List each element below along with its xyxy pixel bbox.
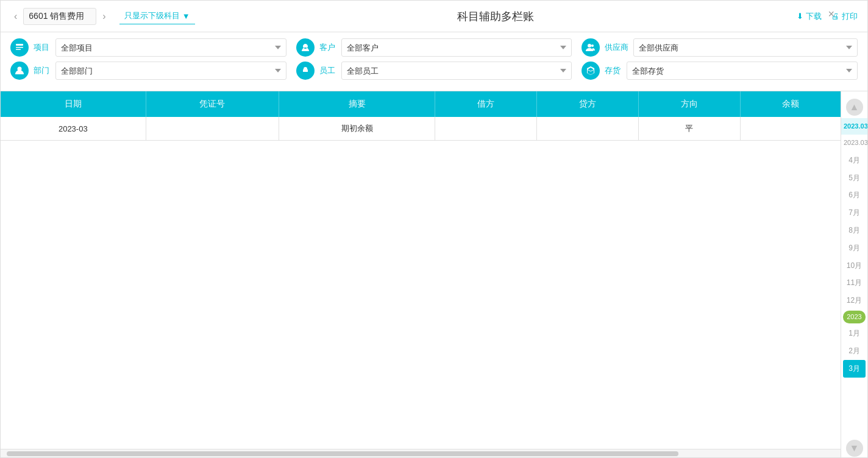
- inventory-icon: [582, 62, 600, 80]
- sidebar-month-4[interactable]: 4月: [841, 152, 867, 169]
- cell-direction: 平: [638, 117, 740, 141]
- sidebar-month-6[interactable]: 6月: [841, 186, 867, 204]
- project-select[interactable]: 全部项目: [55, 38, 286, 57]
- sidebar-month-3-selected[interactable]: 3月: [843, 360, 866, 378]
- scroll-down-button[interactable]: ▼: [846, 440, 863, 457]
- sidebar-month-1[interactable]: 1月: [841, 325, 867, 342]
- filter-dept: 部门 全部部门: [10, 62, 286, 80]
- sidebar-month-8[interactable]: 8月: [841, 222, 867, 239]
- supplier-select[interactable]: 全部供应商: [633, 38, 858, 57]
- svg-point-4: [591, 44, 594, 47]
- svg-rect-0: [16, 44, 23, 46]
- svg-point-3: [588, 44, 591, 48]
- employee-icon: [296, 62, 315, 80]
- sidebar-month-11[interactable]: 11月: [841, 274, 867, 292]
- chevron-down-icon: ▼: [182, 12, 190, 21]
- svg-rect-1: [16, 47, 23, 48]
- table-header-row: 日期 凭证号 摘要 借方 贷方 方向 余额: [1, 91, 841, 117]
- filter-row-2: 部门 全部部门 员工 全部员工 存货 全部存货: [10, 62, 858, 80]
- filter-inventory: 存货 全部存货: [582, 62, 858, 80]
- col-voucher: 凭证号: [146, 91, 279, 117]
- prev-subject-button[interactable]: ‹: [10, 10, 21, 23]
- subject-code: 6601 销售费用: [23, 8, 96, 25]
- inventory-label: 存货: [605, 65, 622, 76]
- employee-select[interactable]: 全部员工: [341, 62, 572, 80]
- col-debit: 借方: [435, 91, 537, 117]
- filter-customer: 客户 全部客户: [296, 38, 572, 57]
- supplier-label: 供应商: [605, 42, 628, 53]
- col-summary: 摘要: [279, 91, 435, 117]
- cell-voucher: [146, 117, 279, 141]
- sidebar-month-5[interactable]: 5月: [841, 169, 867, 187]
- dept-icon: [10, 62, 29, 80]
- col-balance: 余额: [740, 91, 841, 117]
- timeline-sidebar: ▲ 2023.03 2023.03 4月 5月 6月 7月 8月 9月 10月 …: [841, 91, 867, 458]
- filter-employee: 员工 全部员工: [296, 62, 572, 80]
- close-button[interactable]: ×: [825, 5, 837, 23]
- download-icon: ⬇: [797, 12, 803, 21]
- data-table: 日期 凭证号 摘要 借方 贷方 方向 余额 2023-03 期初余额: [1, 91, 841, 141]
- customer-icon: [296, 38, 315, 57]
- filter-row-1: 项目 全部项目 客户 全部客户 供应商 全部供: [10, 38, 858, 57]
- project-label: 项目: [34, 42, 51, 53]
- supplier-icon: [582, 38, 600, 57]
- cell-balance: [740, 117, 841, 141]
- col-date: 日期: [1, 91, 146, 117]
- cell-summary: 期初余额: [279, 117, 435, 141]
- svg-rect-7: [303, 69, 308, 72]
- sidebar-year-2023[interactable]: 2023: [843, 311, 866, 323]
- inventory-select[interactable]: 全部存货: [627, 62, 858, 80]
- svg-rect-2: [16, 49, 21, 51]
- nav-section: ‹ 6601 销售费用 › 只显示下级科目 ▼: [10, 8, 195, 25]
- page-title: 科目辅助多栏账: [195, 9, 797, 24]
- dept-label: 部门: [34, 65, 51, 76]
- sidebar-month-7[interactable]: 7月: [841, 204, 867, 222]
- sidebar-date-1[interactable]: 2023.03: [841, 118, 867, 135]
- cell-credit: [536, 117, 638, 141]
- filter-project: 项目 全部项目: [10, 38, 286, 57]
- customer-label: 客户: [319, 42, 336, 53]
- show-sub-subject-button[interactable]: 只显示下级科目 ▼: [119, 8, 195, 24]
- sidebar-month-10[interactable]: 10月: [841, 257, 867, 275]
- sidebar-month-2[interactable]: 2月: [841, 342, 867, 360]
- sidebar-date-2[interactable]: 2023.03: [841, 135, 867, 151]
- scroll-up-button[interactable]: ▲: [846, 99, 863, 116]
- table-wrapper[interactable]: 日期 凭证号 摘要 借方 贷方 方向 余额 2023-03 期初余额: [1, 91, 841, 458]
- col-direction: 方向: [638, 91, 740, 117]
- table-row: 2023-03 期初余额 平: [1, 117, 841, 141]
- sidebar-month-9[interactable]: 9月: [841, 239, 867, 257]
- project-icon: [10, 38, 29, 57]
- scrollbar-thumb: [7, 451, 678, 456]
- main-window: ‹ 6601 销售费用 › 只显示下级科目 ▼ 科目辅助多栏账 ⬇ 下载 🖨 打…: [0, 0, 868, 458]
- sidebar-month-12[interactable]: 12月: [841, 292, 867, 309]
- header: ‹ 6601 销售费用 › 只显示下级科目 ▼ 科目辅助多栏账 ⬇ 下载 🖨 打…: [1, 1, 867, 32]
- dept-select[interactable]: 全部部门: [55, 62, 286, 80]
- cell-debit: [435, 117, 537, 141]
- main-area: 日期 凭证号 摘要 借方 贷方 方向 余额 2023-03 期初余额: [1, 91, 867, 458]
- employee-label: 员工: [319, 65, 336, 76]
- next-subject-button[interactable]: ›: [99, 10, 109, 23]
- horizontal-scrollbar[interactable]: [1, 449, 841, 457]
- cell-date: 2023-03: [1, 117, 146, 141]
- customer-select[interactable]: 全部客户: [341, 38, 572, 57]
- filter-supplier: 供应商 全部供应商: [582, 38, 858, 57]
- col-credit: 贷方: [536, 91, 638, 117]
- filter-section: 项目 全部项目 客户 全部客户 供应商 全部供: [1, 32, 867, 91]
- download-button[interactable]: ⬇ 下载: [797, 11, 822, 22]
